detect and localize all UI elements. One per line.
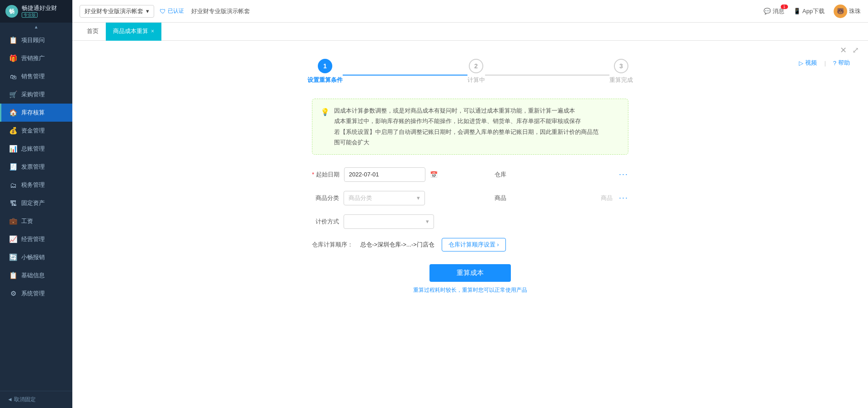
form-row-2: 商品分类 商品分类 ▾ 商品 商品 ··· xyxy=(312,191,628,205)
stepper: 1 设置重算条件 2 计算中 3 重算完成 xyxy=(267,59,674,84)
topbar-actions: 💬 消息 1 📱 App下载 🐻 珠珠 xyxy=(764,5,861,18)
sidebar-header: 畅 畅捷通好业财 专业版 xyxy=(0,0,72,23)
basic-icon: 📋 xyxy=(9,271,18,280)
sidebar-item-sales[interactable]: 🛍 销售管理 xyxy=(0,67,72,85)
step3-circle: 3 xyxy=(614,59,628,73)
category-label: 商品分类 xyxy=(312,194,339,202)
sales-icon: 🛍 xyxy=(9,73,18,81)
form-row-3: 计价方式 ▾ xyxy=(312,214,628,229)
sidebar-unpin[interactable]: ◄ 取消固定 xyxy=(0,391,72,408)
finance-icon: 💰 xyxy=(9,127,18,135)
step2-label: 计算中 xyxy=(467,76,485,84)
warehouse-field: 仓库 ··· xyxy=(479,170,628,179)
product-field: 商品 商品 ··· xyxy=(479,193,628,203)
category-placeholder: 商品分类 xyxy=(349,194,372,202)
sidebar-item-expense[interactable]: 🔄 小畅报销 xyxy=(0,248,72,266)
tab-close-btn[interactable]: × xyxy=(151,28,154,34)
inventory-icon: 🏠 xyxy=(9,109,18,117)
category-field: 商品分类 商品分类 ▾ xyxy=(312,191,461,205)
step-2: 2 计算中 xyxy=(467,59,485,84)
help-links: ▷ 视频 | ? 帮助 xyxy=(799,59,850,67)
user-menu[interactable]: 🐻 珠珠 xyxy=(834,5,861,18)
warehouse-order-label: 仓库计算顺序： xyxy=(312,241,353,249)
video-link[interactable]: ▷ 视频 xyxy=(799,59,817,67)
sidebar-title: 畅捷通好业财 xyxy=(22,5,57,12)
sidebar-item-finance[interactable]: 💰 资金管理 xyxy=(0,122,72,140)
calendar-icon[interactable]: 📅 xyxy=(430,171,438,178)
warehouse-order-row: 仓库计算顺序： 总仓->深圳仓库->...->门店仓 仓库计算顺序设置 › xyxy=(312,238,628,251)
account-name-label: 好业财专业版演示帐套 xyxy=(191,7,250,15)
help-link[interactable]: ? 帮助 xyxy=(833,59,850,67)
sidebar-item-assets[interactable]: 🏗 固定资产 xyxy=(0,194,72,212)
tab-cost-recalc[interactable]: 商品成本重算 × xyxy=(106,23,161,41)
main-area: 好业财专业版演示帐套 ▾ 🛡 已认证 好业财专业版演示帐套 💬 消息 1 📱 A… xyxy=(72,0,868,408)
sidebar-item-invoice[interactable]: 🧾 发票管理 xyxy=(0,158,72,176)
tabbar: 首页 商品成本重算 × xyxy=(72,23,868,41)
message-icon: 💬 xyxy=(764,8,771,14)
sidebar-item-purchase[interactable]: 🛒 采购管理 xyxy=(0,85,72,104)
product-label: 商品 xyxy=(479,194,506,202)
expense-icon: 🔄 xyxy=(9,253,18,261)
warehouse-dots-btn[interactable]: ··· xyxy=(619,170,628,179)
close-window-btn[interactable]: ✕ xyxy=(840,45,847,55)
form-section: 起始日期 📅 仓库 ··· 商品分类 商品分类 ▾ xyxy=(312,167,628,294)
sidebar-brand: 畅捷通好业财 专业版 xyxy=(22,5,57,18)
sidebar-item-salary[interactable]: 💼 工资 xyxy=(0,212,72,230)
category-select[interactable]: 商品分类 ▾ xyxy=(344,191,425,205)
play-icon: ▷ xyxy=(799,60,803,66)
purchase-icon: 🛒 xyxy=(9,90,18,99)
product-dots-btn[interactable]: ··· xyxy=(619,193,628,203)
chevron-down-icon-category: ▾ xyxy=(417,195,420,201)
form-row-1: 起始日期 📅 仓库 ··· xyxy=(312,167,628,182)
sidebar-scroll-up[interactable]: ▲ xyxy=(0,23,72,31)
shield-icon: 🛡 xyxy=(160,8,166,15)
sidebar-item-tax[interactable]: 🗂 税务管理 xyxy=(0,176,72,194)
sidebar-logo: 畅 xyxy=(5,5,18,18)
step-line-2 xyxy=(485,75,610,76)
assets-icon: 🏗 xyxy=(9,199,18,207)
info-line-2: 成本重算过中，影响库存账的操作均不能操作，比如进货单、销货单、库存单据不能审核或… xyxy=(334,116,599,126)
sidebar-item-system[interactable]: ⚙ 系统管理 xyxy=(0,285,72,303)
info-line-4: 围可能会扩大 xyxy=(334,137,599,147)
price-method-select[interactable]: ▾ xyxy=(344,214,434,229)
sidebar-subtitle: 专业版 xyxy=(22,12,57,18)
account-select[interactable]: 好业财专业版演示帐套 ▾ xyxy=(80,5,154,18)
product-placeholder: 商品 xyxy=(601,194,613,202)
invoice-icon: 🧾 xyxy=(9,163,18,171)
start-date-input[interactable] xyxy=(344,167,425,182)
project-icon: 📋 xyxy=(9,36,18,44)
operation-icon: 📈 xyxy=(9,235,18,243)
tab-home[interactable]: 首页 xyxy=(80,23,106,41)
window-controls: ✕ ⤢ xyxy=(840,45,859,55)
app-download-btn[interactable]: 📱 App下载 xyxy=(793,7,825,15)
step1-circle: 1 xyxy=(318,59,332,73)
expand-window-btn[interactable]: ⤢ xyxy=(852,45,859,55)
salary-icon: 💼 xyxy=(9,217,18,225)
warehouse-label: 仓库 xyxy=(479,171,506,179)
sidebar-item-inventory[interactable]: 🏠 库存核算 xyxy=(0,104,72,122)
sidebar-item-operation[interactable]: 📈 经营管理 xyxy=(0,230,72,248)
avatar: 🐻 xyxy=(834,5,847,18)
step1-label: 设置重算条件 xyxy=(307,76,343,84)
chevron-down-icon-price: ▾ xyxy=(426,218,429,225)
sidebar-item-marketing[interactable]: 🎁 营销推广 xyxy=(0,49,72,67)
message-badge: 1 xyxy=(781,5,788,9)
recalc-section: 重算成本 重算过程耗时较长，重算时您可以正常使用产品 xyxy=(312,264,628,294)
info-box: 💡 因成本计算参数调整，或是对商品成本有疑问时，可以通过成本重算功能，重新计算一… xyxy=(312,99,628,155)
info-icon: 💡 xyxy=(321,106,330,148)
message-btn[interactable]: 💬 消息 1 xyxy=(764,7,784,15)
sidebar-item-basic[interactable]: 📋 基础信息 xyxy=(0,266,72,285)
sidebar-item-project[interactable]: 📋 项目顾问 xyxy=(0,31,72,49)
content-area: ✕ ⤢ ▷ 视频 | ? 帮助 1 设置重算条件 xyxy=(72,41,868,408)
sidebar-item-accounting[interactable]: 📊 总账管理 xyxy=(0,140,72,158)
mobile-icon: 📱 xyxy=(793,8,801,14)
topbar: 好业财专业版演示帐套 ▾ 🛡 已认证 好业财专业版演示帐套 💬 消息 1 📱 A… xyxy=(72,0,868,23)
cert-badge: 🛡 已认证 xyxy=(160,7,184,15)
warehouse-order-value: 总仓->深圳仓库->...->门店仓 xyxy=(360,241,434,249)
price-method-label: 计价方式 xyxy=(312,218,339,226)
tax-icon: 🗂 xyxy=(9,181,18,189)
recalc-btn[interactable]: 重算成本 xyxy=(429,264,511,282)
marketing-icon: 🎁 xyxy=(9,54,18,62)
question-icon: ? xyxy=(833,60,836,66)
warehouse-order-btn[interactable]: 仓库计算顺序设置 › xyxy=(442,238,506,251)
